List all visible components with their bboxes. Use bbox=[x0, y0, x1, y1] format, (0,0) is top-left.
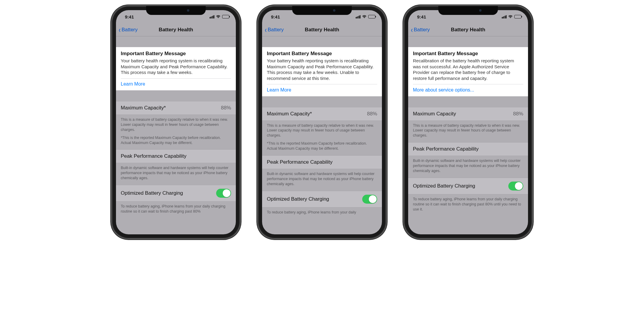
battery-icon bbox=[368, 15, 375, 18]
optimized-charging-footer: To reduce battery aging, iPhone learns f… bbox=[408, 194, 528, 216]
optimized-charging-label: Optimized Battery Charging bbox=[121, 190, 183, 196]
service-options-link[interactable]: More about service options... bbox=[413, 84, 523, 96]
maximum-capacity-footer: This is a measure of battery capacity re… bbox=[116, 115, 236, 149]
message-body: Recalibration of the battery health repo… bbox=[413, 58, 523, 84]
optimized-charging-toggle[interactable] bbox=[362, 195, 377, 204]
maximum-capacity-label: Maximum Capacity* bbox=[267, 111, 312, 117]
important-message-card: Important Battery Message Recalibration … bbox=[408, 47, 528, 96]
device-notch bbox=[292, 6, 352, 15]
learn-more-link[interactable]: Learn More bbox=[121, 78, 231, 90]
navbar: ‹ Battery Battery Health bbox=[262, 23, 382, 36]
status-time: 9:41 bbox=[125, 14, 134, 19]
battery-icon bbox=[514, 15, 521, 18]
message-body: Your battery health reporting system is … bbox=[267, 58, 377, 84]
message-title: Important Battery Message bbox=[267, 51, 377, 57]
message-title: Important Battery Message bbox=[121, 51, 231, 57]
device-notch bbox=[438, 6, 498, 15]
cellular-icon bbox=[502, 15, 507, 18]
navbar: ‹ Battery Battery Health bbox=[408, 23, 528, 36]
maximum-capacity-value: 88% bbox=[367, 111, 377, 117]
peak-performance-row: Peak Performance Capability bbox=[116, 149, 236, 163]
optimized-charging-label: Optimized Battery Charging bbox=[267, 196, 329, 202]
message-body: Your battery health reporting system is … bbox=[121, 58, 231, 78]
peak-performance-label: Peak Performance Capability bbox=[267, 159, 332, 165]
phone-frame: 9:41 ‹ Battery Battery Health Important … bbox=[404, 6, 532, 239]
back-button[interactable]: ‹ Battery bbox=[262, 26, 284, 34]
back-label: Battery bbox=[122, 27, 138, 33]
optimized-charging-row: Optimized Battery Charging bbox=[408, 178, 528, 194]
peak-performance-label: Peak Performance Capability bbox=[121, 153, 186, 159]
maximum-capacity-label: Maximum Capacity bbox=[413, 111, 456, 117]
optimized-charging-toggle[interactable] bbox=[216, 189, 231, 198]
peak-performance-footer: Built-in dynamic software and hardware s… bbox=[262, 169, 382, 191]
status-time: 9:41 bbox=[417, 14, 426, 19]
content-scroll[interactable]: Important Battery Message Your battery h… bbox=[262, 36, 382, 234]
chevron-left-icon: ‹ bbox=[411, 26, 413, 34]
wifi-icon bbox=[508, 15, 513, 18]
maximum-capacity-value: 88% bbox=[221, 105, 231, 111]
maximum-capacity-row: Maximum Capacity* 88% bbox=[116, 101, 236, 115]
optimized-charging-row: Optimized Battery Charging bbox=[262, 191, 382, 208]
optimized-charging-toggle[interactable] bbox=[508, 182, 523, 191]
optimized-charging-footer: To reduce battery aging, iPhone learns f… bbox=[116, 202, 236, 218]
phone-frame: 9:41 ‹ Battery Battery Health Important … bbox=[258, 6, 386, 239]
cellular-icon bbox=[356, 15, 361, 18]
maximum-capacity-row: Maximum Capacity 88% bbox=[408, 107, 528, 121]
maximum-capacity-footer: This is a measure of battery capacity re… bbox=[408, 121, 528, 143]
content-scroll[interactable]: Important Battery Message Recalibration … bbox=[408, 36, 528, 234]
optimized-charging-label: Optimized Battery Charging bbox=[413, 183, 475, 189]
cellular-icon bbox=[210, 15, 215, 18]
back-label: Battery bbox=[268, 27, 284, 33]
peak-performance-row: Peak Performance Capability bbox=[408, 142, 528, 156]
maximum-capacity-row: Maximum Capacity* 88% bbox=[262, 107, 382, 121]
battery-icon bbox=[222, 15, 229, 18]
chevron-left-icon: ‹ bbox=[119, 26, 120, 34]
peak-performance-label: Peak Performance Capability bbox=[413, 146, 479, 152]
wifi-icon bbox=[362, 15, 367, 18]
peak-performance-footer: Built-in dynamic software and hardware s… bbox=[116, 163, 236, 185]
important-message-card: Important Battery Message Your battery h… bbox=[116, 47, 236, 90]
device-notch bbox=[146, 6, 206, 15]
maximum-capacity-value: 88% bbox=[513, 111, 523, 117]
peak-performance-footer: Built-in dynamic software and hardware s… bbox=[408, 156, 528, 178]
peak-performance-row: Peak Performance Capability bbox=[262, 155, 382, 169]
navbar: ‹ Battery Battery Health bbox=[116, 23, 236, 36]
optimized-charging-row: Optimized Battery Charging bbox=[116, 185, 236, 202]
maximum-capacity-label: Maximum Capacity* bbox=[121, 105, 166, 111]
status-time: 9:41 bbox=[271, 14, 280, 19]
screen: 9:41 ‹ Battery Battery Health Important … bbox=[116, 10, 236, 234]
content-scroll[interactable]: Important Battery Message Your battery h… bbox=[116, 36, 236, 234]
important-message-card: Important Battery Message Your battery h… bbox=[262, 47, 382, 96]
wifi-icon bbox=[216, 15, 221, 18]
screen: 9:41 ‹ Battery Battery Health Important … bbox=[408, 10, 528, 234]
chevron-left-icon: ‹ bbox=[265, 26, 267, 34]
back-label: Battery bbox=[414, 27, 430, 33]
phone-frame: 9:41 ‹ Battery Battery Health Important … bbox=[112, 6, 240, 239]
message-title: Important Battery Message bbox=[413, 51, 523, 57]
back-button[interactable]: ‹ Battery bbox=[408, 26, 430, 34]
maximum-capacity-footer: This is a measure of battery capacity re… bbox=[262, 121, 382, 155]
back-button[interactable]: ‹ Battery bbox=[116, 26, 138, 34]
learn-more-link[interactable]: Learn More bbox=[267, 84, 377, 96]
screen: 9:41 ‹ Battery Battery Health Important … bbox=[262, 10, 382, 234]
optimized-charging-footer: To reduce battery aging, iPhone learns f… bbox=[262, 208, 382, 219]
